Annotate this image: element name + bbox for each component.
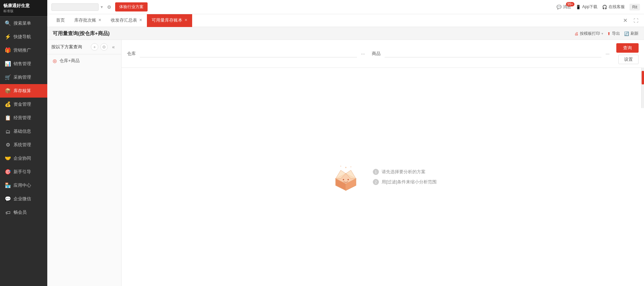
sidebar-label-wechat: 企业微信 — [14, 196, 31, 202]
sidebar-logo: 畅康通好生意 标准版 — [0, 0, 47, 17]
collapse-panel-button[interactable]: « — [110, 43, 117, 51]
warehouse-input[interactable] — [140, 50, 357, 57]
sidebar-item-search[interactable]: 🔍 搜索菜单 — [0, 17, 47, 30]
sidebar-item-appstore[interactable]: 🏪 应用中心 — [0, 179, 47, 192]
query-bar: 仓库 ··· 商品 ··· 查询 设置 — [122, 40, 644, 68]
tab-available-ledger[interactable]: 可用量库存账本✕ — [147, 14, 192, 27]
left-panel-actions: ＋ ⊙ « — [91, 43, 117, 51]
message-badge: 99+ — [566, 2, 574, 6]
refresh-icon: 🔄 — [624, 31, 629, 36]
warehouse-label: 仓库 — [127, 51, 137, 57]
phone-icon: 📱 — [576, 5, 581, 9]
tab-close-available-ledger[interactable]: ✕ — [184, 18, 187, 22]
sidebar-item-wechat[interactable]: 💬 企业微信 — [0, 192, 47, 206]
step-1-circle: 1 — [373, 169, 379, 175]
svg-point-8 — [350, 166, 351, 167]
sidebar-item-sales[interactable]: 📊 销售管理 — [0, 57, 47, 71]
online-service-button[interactable]: 🎧 在线客服 — [602, 4, 625, 10]
sidebar-icon-finance: 💰 — [5, 101, 11, 107]
sidebar-label-inventory: 库存核算 — [14, 88, 31, 94]
sidebar-nav: 🔍 搜索菜单 ⚡ 快捷导航 🎁 营销推广 📊 销售管理 🛒 采购管理 📦 库存核… — [0, 17, 47, 286]
sidebar-icon-enterprise: 🤝 — [5, 155, 11, 161]
industry-solution-button[interactable]: 体验行业方案 — [115, 2, 148, 11]
tab-label-batch-ledger: 库存批次账 — [74, 17, 96, 23]
tab-label-home: 首页 — [56, 17, 65, 23]
scheme-item-label: 仓库+商品 — [59, 58, 80, 64]
svg-point-9 — [343, 179, 344, 180]
tab-close-receipt-summary[interactable]: ✕ — [139, 18, 142, 22]
user-button[interactable]: Rit — [629, 4, 640, 10]
sidebar-item-enterprise[interactable]: 🤝 企业协同 — [0, 152, 47, 165]
goods-field: 商品 ··· — [372, 50, 611, 57]
page-header-actions: 🖨 按模板打印 ▾ ⬆ 导出 🔄 刷新 — [574, 31, 639, 36]
tab-bar-right: ✕ ⛶ — [621, 17, 640, 25]
top-bar: ▾ ⚙ 体验行业方案 💬 消息 99+ 📱 App下载 🎧 在线客服 Rit — [47, 0, 644, 14]
sidebar-icon-marketing: 🎁 — [5, 47, 11, 53]
step-2-circle: 2 — [373, 179, 379, 185]
sidebar-label-appstore: 应用中心 — [14, 182, 31, 188]
top-bar-right: 💬 消息 99+ 📱 App下载 🎧 在线客服 Rit — [557, 4, 640, 10]
print-dropdown-icon[interactable]: ▾ — [601, 32, 603, 35]
scroll-thumb — [642, 71, 644, 84]
sidebar-item-guide[interactable]: 🎯 新手引导 — [0, 165, 47, 179]
query-button[interactable]: 查询 — [616, 43, 639, 53]
print-button[interactable]: 🖨 按模板打印 ▾ — [574, 31, 603, 36]
breadcrumb-input[interactable] — [51, 3, 99, 11]
message-icon: 💬 — [557, 5, 562, 9]
sidebar-item-marketing[interactable]: 🎁 营销推广 — [0, 44, 47, 57]
print-icon: 🖨 — [574, 31, 578, 36]
app-download-button[interactable]: 📱 App下载 — [576, 4, 597, 10]
sidebar-icon-purchase: 🛒 — [5, 74, 11, 80]
tab-label-receipt-summary: 收发存汇总表 — [111, 17, 137, 23]
warehouse-more-button[interactable]: ··· — [360, 50, 366, 57]
left-panel: 按以下方案查询 ＋ ⊙ « ◎ 仓库+商品 — [47, 40, 122, 286]
page-title: 可用量查询(按仓库+商品) — [53, 30, 110, 37]
sidebar-label-shortcut: 快捷导航 — [14, 34, 31, 40]
sidebar-label-member: 畅会员 — [14, 209, 27, 215]
tab-receipt-summary[interactable]: 收发存汇总表✕ — [106, 14, 147, 27]
empty-hint-1-text: 请先选择要分析的方案 — [382, 169, 426, 175]
goods-input[interactable] — [385, 50, 602, 57]
sidebar-icon-wechat: 💬 — [5, 196, 11, 202]
tab-close-batch-ledger[interactable]: ✕ — [98, 18, 101, 22]
sidebar-item-shortcut[interactable]: ⚡ 快捷导航 — [0, 30, 47, 44]
tab-batch-ledger[interactable]: 库存批次账✕ — [70, 14, 106, 27]
empty-text: 1 请先选择要分析的方案 2 用[过滤]条件来缩小分析范围 — [373, 169, 437, 185]
tab-label-available-ledger: 可用量库存账本 — [152, 17, 182, 23]
sidebar-item-finance[interactable]: 💰 资金管理 — [0, 98, 47, 111]
sidebar-item-member[interactable]: 🏷 畅会员 — [0, 206, 47, 219]
sidebar-label-operations: 经营管理 — [14, 115, 31, 121]
scheme-item-warehouse-goods[interactable]: ◎ 仓库+商品 — [47, 54, 121, 67]
tab-close-all-button[interactable]: ✕ — [621, 17, 629, 25]
print-label: 按模板打印 — [580, 31, 600, 36]
scroll-indicator[interactable] — [641, 68, 644, 108]
sidebar-icon-operations: 📋 — [5, 115, 11, 121]
svg-point-6 — [345, 167, 346, 168]
sidebar-icon-shortcut: ⚡ — [5, 34, 11, 40]
sidebar-item-purchase[interactable]: 🛒 采购管理 — [0, 71, 47, 84]
sidebar-item-system[interactable]: ⚙ 系统管理 — [0, 138, 47, 152]
sidebar-item-inventory[interactable]: 📦 库存核算 — [0, 84, 47, 98]
sidebar: 畅康通好生意 标准版 🔍 搜索菜单 ⚡ 快捷导航 🎁 营销推广 📊 销售管理 🛒… — [0, 0, 47, 286]
empty-illustration — [329, 160, 363, 194]
tab-home[interactable]: 首页 — [51, 14, 70, 27]
tab-bar: 首页库存批次账✕收发存汇总表✕可用量库存账本✕ ✕ ⛶ — [47, 14, 644, 27]
export-button[interactable]: ⬆ 导出 — [607, 31, 620, 36]
sidebar-icon-inventory: 📦 — [5, 88, 11, 94]
refresh-button[interactable]: 🔄 刷新 — [624, 31, 639, 36]
settings-button[interactable]: 设置 — [618, 55, 639, 64]
message-button[interactable]: 💬 消息 99+ — [557, 4, 571, 10]
gear-icon[interactable]: ⚙ — [105, 3, 113, 11]
tab-expand-button[interactable]: ⛶ — [632, 17, 640, 25]
headset-icon: 🎧 — [602, 5, 607, 9]
add-scheme-button[interactable]: ＋ — [91, 43, 98, 51]
sidebar-icon-guide: 🎯 — [5, 169, 11, 175]
sidebar-item-basic[interactable]: 🗂 基础信息 — [0, 125, 47, 138]
sidebar-item-operations[interactable]: 📋 经营管理 — [0, 111, 47, 125]
empty-hint-1: 1 请先选择要分析的方案 — [373, 169, 437, 175]
sidebar-label-enterprise: 企业协同 — [14, 155, 31, 161]
top-bar-left: ▾ ⚙ 体验行业方案 — [51, 2, 554, 11]
settings-scheme-button[interactable]: ⊙ — [100, 43, 108, 51]
goods-more-button[interactable]: ··· — [604, 50, 611, 57]
svg-point-7 — [340, 166, 341, 167]
